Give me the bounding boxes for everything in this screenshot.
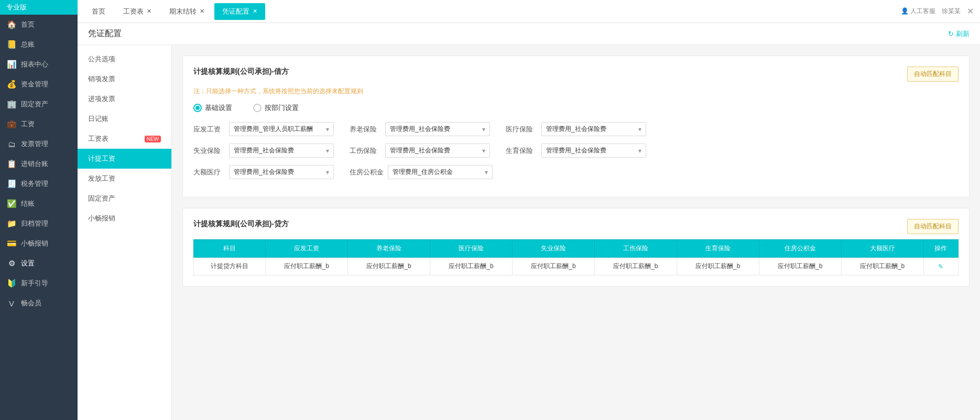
field-gongshang-select[interactable]: 管理费用_社会保险费 ▾ [385,143,490,158]
sidebar-item-ledger[interactable]: 📒总账 [0,35,78,54]
field-yingfa-label: 应发工资 [193,125,225,134]
field-zhufang: 住房公积金 管理费用_住房公积金 ▾ [350,165,493,179]
chevron-down-icon: ▾ [326,169,329,176]
left-nav-journal[interactable]: 日记账 [78,109,171,129]
section1-note: 注：只能选择一种方式，系统将按照您当前的选择来配置规则 [193,87,959,96]
field-yiliao-label: 医疗保险 [506,125,537,134]
cell-value: 应付职工薪酬_b [512,258,594,275]
cell-action[interactable]: ✎ [923,258,958,275]
cell-value: 应付职工薪酬_b [594,258,677,275]
tab-label-voucher: 凭证配置 [222,7,249,16]
field-daeyi-select[interactable]: 管理费用_社会保险费 ▾ [229,165,334,179]
sidebar-item-tax[interactable]: 🧾税务管理 [0,174,78,194]
left-nav: 公共选项销项发票进项发票日记账工资表NEW计提工资发放工资固定资产小畅报销 [78,45,172,420]
topbar-right: 👤 人工客服 徐某某 [901,7,961,16]
field-yanglao-select[interactable]: 管理费用_社会保险费 ▾ [385,122,490,136]
close-icon[interactable]: ✕ [967,6,974,16]
salary-icon: 💼 [6,119,17,129]
sidebar-item-closing[interactable]: ✅结账 [0,194,78,214]
field-yiliao: 医疗保险 管理费用_社会保险费 ▾ [506,122,646,136]
section2-header: 计提核算规则(公司承担)-贷方 自动匹配科目 [193,219,959,234]
chevron-down-icon: ▾ [482,147,485,154]
tab-close-voucher[interactable]: ✕ [253,8,257,15]
field-shiye-select[interactable]: 管理费用_社会保险费 ▾ [229,143,334,158]
chevron-down-icon: ▾ [326,147,329,154]
left-nav-payroll_table[interactable]: 工资表NEW [78,129,171,149]
field-yingfa-select[interactable]: 管理费用_管理人员职工薪酬 ▾ [229,122,334,136]
username: 徐某某 [942,7,961,16]
sidebar-label-ledger: 总账 [21,40,35,49]
auto-match-debit-button[interactable]: 自动匹配科目 [907,67,959,82]
col-header: 大额医疗 [841,240,923,258]
sidebar-label-stock: 进销台账 [21,159,48,169]
sidebar-label-archive: 归档管理 [21,219,48,228]
sidebar-item-home[interactable]: 🏠首页 [0,15,78,35]
field-shengyu-select[interactable]: 管理费用_社会保险费 ▾ [541,143,646,158]
radio-dept[interactable]: 按部门设置 [253,103,299,113]
sidebar-item-member[interactable]: V畅会员 [0,293,78,313]
left-nav-label-pay_salary: 发放工资 [88,174,115,183]
sidebar-item-report[interactable]: 📊报表中心 [0,54,78,74]
sidebar-label-settings: 设置 [21,259,35,268]
sidebar-item-guide[interactable]: 🔰新手引导 [0,273,78,293]
sidebar-item-assets[interactable]: 🏢固定资产 [0,94,78,114]
left-nav-expense[interactable]: 小畅报销 [78,208,171,228]
sidebar-label-assets: 固定资产 [21,100,48,109]
left-nav-fixed_assets[interactable]: 固定资产 [78,189,171,208]
left-nav-label-journal: 日记账 [88,114,108,124]
sidebar-label-member: 畅会员 [21,299,41,308]
tab-close-payroll[interactable]: ✕ [147,8,151,15]
section1-title: 计提核算规则(公司承担)-借方 [193,67,289,76]
tab-label-period: 期末结转 [169,7,197,16]
left-nav-pay_salary[interactable]: 发放工资 [78,169,171,189]
col-header: 应发工资 [266,240,348,258]
tab-voucher[interactable]: 凭证配置✕ [214,3,265,20]
radio-basic[interactable]: 基础设置 [193,103,232,113]
tab-period[interactable]: 期末结转✕ [161,3,212,20]
left-nav-red_invoice[interactable]: 销项发票 [78,69,171,89]
new-badge-payroll_table: NEW [145,136,161,142]
sidebar-item-archive[interactable]: 📁归档管理 [0,214,78,234]
sidebar-label-funds: 资金管理 [21,80,48,89]
sidebar-item-settings[interactable]: ⚙设置 [0,253,78,273]
left-nav-label-expense: 小畅报销 [88,214,115,223]
left-nav-public[interactable]: 公共选项 [78,49,171,69]
sidebar-item-invoice[interactable]: 🗂发票管理 [0,134,78,154]
field-daeyi-label: 大额医疗 [193,168,225,177]
sidebar-item-salary[interactable]: 💼工资 [0,114,78,134]
field-zhufang-select[interactable]: 管理费用_住房公积金 ▾ [388,165,493,179]
col-header: 养老保险 [348,240,430,258]
field-shiye-label: 失业保险 [193,146,225,156]
chevron-down-icon: ▾ [485,169,488,176]
cell-value: 应付职工薪酬_b [266,258,348,275]
archive-icon: 📁 [6,219,17,228]
credit-table: 科目应发工资养老保险医疗保险失业保险工伤保险生育保险住房公积金大额医疗操作 计提… [193,239,959,275]
settings-icon: ⚙ [6,259,17,268]
form-row-1: 应发工资 管理费用_管理人员职工薪酬 ▾ 养老保险 管理费用_社会保险费 ▾ [193,122,959,136]
tab-home[interactable]: 首页 [84,3,113,20]
refresh-button[interactable]: ↻ 刷新 [948,29,970,39]
sidebar-item-stock[interactable]: 📋进销台账 [0,154,78,174]
field-yiliao-select[interactable]: 管理费用_社会保险费 ▾ [541,122,646,136]
left-nav-in_invoice[interactable]: 进项发票 [78,89,171,109]
sidebar-label-closing: 结账 [21,199,35,208]
left-nav-calc_salary[interactable]: 计提工资 [78,149,171,169]
stock-icon: 📋 [6,159,17,169]
sidebar-label-tax: 税务管理 [21,179,48,189]
sidebar-item-funds[interactable]: 💰资金管理 [0,74,78,94]
sidebar: 专业版 🏠首页📒总账📊报表中心💰资金管理🏢固定资产💼工资🗂发票管理📋进销台账🧾税… [0,0,78,420]
ledger-icon: 📒 [6,40,17,49]
radio-dept-circle [253,104,262,112]
left-nav-label-in_invoice: 进项发票 [88,94,115,104]
brand-label: 专业版 [0,0,78,15]
sidebar-label-invoice: 发票管理 [21,139,48,149]
chevron-down-icon: ▾ [638,126,641,133]
auto-match-credit-button[interactable]: 自动匹配科目 [907,219,959,234]
tab-payroll[interactable]: 工资表✕ [115,3,159,20]
tab-label-home: 首页 [92,7,105,16]
sidebar-label-xiaochang: 小畅报销 [21,239,48,248]
edit-icon[interactable]: ✎ [938,263,943,270]
sidebar-item-xiaochang[interactable]: 💳小畅报销 [0,234,78,253]
tab-close-period[interactable]: ✕ [200,8,204,15]
left-nav-label-fixed_assets: 固定资产 [88,194,115,203]
